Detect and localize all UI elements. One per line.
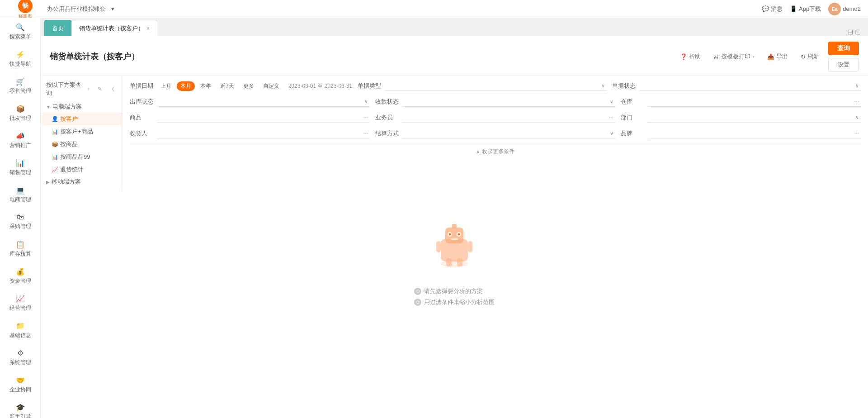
ecommerce-icon: 💻	[16, 186, 25, 195]
filter-row-4: 收货人 ··· 结算方式 ∨	[130, 128, 861, 138]
sidebar-item-purchase[interactable]: 🛍 采购管理	[2, 209, 38, 234]
topbar-dropdown-icon[interactable]: ▾	[111, 5, 114, 12]
doc-type-filter[interactable]: ∨	[385, 81, 606, 91]
by-customer-label: 按客户	[60, 115, 78, 123]
wholesale-icon: 📦	[16, 104, 25, 113]
settings-button[interactable]: 设置	[828, 58, 859, 71]
help-label: 帮助	[689, 52, 701, 61]
collapse-bar[interactable]: ∧ 收起更多条件	[130, 144, 861, 159]
tab-home[interactable]: 首页	[44, 20, 71, 36]
sidebar-item-finance[interactable]: 💰 资金管理	[2, 263, 38, 289]
help-button[interactable]: ❓ 帮助	[676, 51, 704, 62]
brand-more[interactable]: ···	[854, 130, 859, 136]
svg-point-6	[458, 233, 460, 236]
sidebar-item-basics-label: 基础信息	[9, 332, 31, 339]
sidebar-item-marketing[interactable]: 📣 营销推广	[2, 128, 38, 153]
refresh-button[interactable]: ↻ 刷新	[797, 51, 823, 62]
print-template-button[interactable]: 🖨 按模板打印 ▾	[710, 51, 758, 62]
date-filter-group: 单据日期 上月 本月 本年 近7天 更多 自定义 2023-03-01 至 20…	[130, 81, 352, 91]
sidebar-item-retail[interactable]: 🛒 零售管理	[2, 73, 38, 99]
brand-filter[interactable]: ···	[648, 128, 861, 138]
date-tab-7days[interactable]: 近7天	[217, 81, 238, 91]
finance-icon: 💰	[16, 267, 25, 276]
desktop-group-header[interactable]: ▼ 电脑端方案	[41, 101, 122, 113]
sidebar-item-operations[interactable]: 📈 经营管理	[2, 290, 38, 316]
avatar: Ea	[828, 3, 841, 15]
user-profile[interactable]: Ea demo2	[828, 3, 861, 15]
tab-minimize-icon[interactable]: ⊟	[847, 28, 853, 36]
empty-hint-1: ① 请先选择要分析的方案	[414, 287, 495, 295]
scheme-item-return-stats[interactable]: 📈 退货统计	[41, 163, 122, 176]
salesperson-filter[interactable]: ···	[402, 112, 615, 123]
filter-row-1: 单据日期 上月 本月 本年 近7天 更多 自定义 2023-03-01 至 20…	[130, 81, 861, 91]
receiver-more[interactable]: ···	[363, 130, 368, 136]
message-button[interactable]: 💬 消息	[762, 5, 783, 13]
goods-filter[interactable]: ···	[157, 112, 370, 123]
scheme-item-by-goods[interactable]: 📦 按商品	[41, 138, 122, 151]
sidebar-item-search-menu-label: 搜索菜单	[9, 33, 31, 41]
settlement-dropdown-arrow: ∨	[610, 130, 613, 136]
sidebar-item-basics[interactable]: 📁 基础信息	[2, 318, 38, 343]
sidebar-item-sales[interactable]: 📊 销售管理	[2, 155, 38, 180]
out-status-filter[interactable]: ∨	[157, 97, 370, 107]
sidebar-item-newbie[interactable]: 🎓 新手引导	[2, 399, 38, 418]
export-label: 导出	[776, 52, 788, 61]
scheme-item-by-customer-goods[interactable]: 📊 按客户+商品	[41, 125, 122, 138]
svg-rect-12	[452, 224, 457, 228]
marketing-icon: 📣	[16, 132, 25, 140]
scheme-edit-button[interactable]: ✎	[95, 85, 104, 94]
app-icon: 📱	[790, 5, 797, 12]
tab-close-icon[interactable]: ×	[146, 25, 150, 32]
scheme-collapse-button[interactable]: 《	[107, 85, 116, 94]
logo-icon: 畅	[18, 0, 33, 13]
sidebar-item-inventory[interactable]: 📋 库存核算	[2, 236, 38, 261]
tab-maximize-icon[interactable]: ⊡	[855, 28, 861, 36]
print-dropdown-icon[interactable]: ▾	[752, 54, 755, 59]
top-bar: 畅 标题页 办公用品行业模拟账套 ▾ 💬 消息 📱 App下载 Ea demo2	[0, 0, 868, 18]
sidebar-item-sales-label: 销售管理	[9, 169, 31, 176]
date-tab-this-year[interactable]: 本年	[197, 81, 215, 91]
hint-2-text: 用过滤条件来缩小分析范围	[424, 298, 495, 306]
sidebar-item-quick-nav[interactable]: ⚡ 快捷导航	[2, 46, 38, 71]
settlement-filter[interactable]: ∨	[402, 128, 615, 138]
salesperson-more[interactable]: ···	[609, 114, 613, 120]
sidebar-item-search-menu[interactable]: 🔍 搜索菜单	[2, 19, 38, 44]
date-tab-custom[interactable]: 自定义	[259, 81, 283, 91]
scheme-add-button[interactable]: +	[84, 85, 93, 94]
system-icon: ⚙	[17, 349, 24, 357]
sidebar-item-retail-label: 零售管理	[9, 87, 31, 95]
doc-status-filter[interactable]: ∨	[639, 81, 861, 91]
sidebar-item-system[interactable]: ⚙ 系统管理	[2, 345, 38, 370]
return-stats-icon: 📈	[52, 166, 58, 173]
user-name: demo2	[843, 5, 861, 12]
collect-status-filter-group: 收款状态 ∨	[375, 97, 615, 107]
export-button[interactable]: 📤 导出	[764, 51, 792, 62]
date-tab-this-month[interactable]: 本月	[177, 81, 195, 91]
app-download-button[interactable]: 📱 App下载	[790, 5, 821, 13]
receiver-filter[interactable]: ···	[157, 128, 370, 138]
home-tab-label: 首页	[52, 24, 64, 33]
sidebar-item-ecommerce[interactable]: 💻 电商管理	[2, 182, 38, 207]
collect-status-filter[interactable]: ∨	[402, 97, 615, 107]
warehouse-more[interactable]: ···	[854, 98, 859, 104]
scheme-item-by-goods-99[interactable]: 📊 按商品品99	[41, 151, 122, 163]
date-tab-last-month[interactable]: 上月	[157, 81, 175, 91]
tab-report[interactable]: 销货单统计表（按客户） ×	[71, 20, 157, 36]
query-button[interactable]: 查询	[828, 42, 859, 55]
sidebar-item-enterprise[interactable]: 🤝 企业协同	[2, 372, 38, 397]
mobile-group-header[interactable]: ▶ 移动端方案	[41, 176, 122, 188]
goods-more[interactable]: ···	[363, 114, 368, 120]
refresh-label: 刷新	[807, 52, 819, 61]
mobile-group-name: 移动端方案	[52, 178, 81, 186]
warehouse-filter[interactable]: ···	[648, 96, 861, 107]
goods-label: 商品	[130, 114, 157, 122]
filter-row-2: 出库状态 ∨ 收款状态 ∨	[130, 96, 861, 107]
scheme-item-by-customer[interactable]: 👤 按客户	[41, 113, 122, 125]
svg-rect-10	[446, 258, 452, 266]
sidebar-item-quick-nav-label: 快捷导航	[9, 60, 31, 68]
department-filter[interactable]: ∨	[648, 113, 861, 123]
doc-type-filter-group: 单据类型 ∨	[358, 81, 606, 91]
sidebar-item-wholesale[interactable]: 📦 批发管理	[2, 100, 38, 126]
date-tab-more[interactable]: 更多	[240, 81, 258, 91]
department-label: 部门	[621, 114, 648, 122]
